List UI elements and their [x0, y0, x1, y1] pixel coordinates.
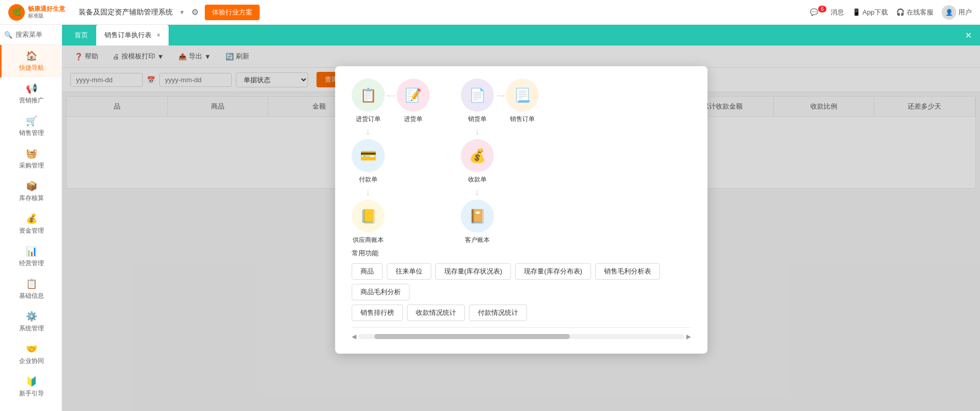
settings-icon[interactable]: ⚙: [191, 7, 199, 17]
tab-close-all-button[interactable]: ✕: [961, 31, 976, 40]
receipt-circle[interactable]: 💰: [461, 139, 494, 172]
flow-node-customer-account[interactable]: 📔 客户账本: [461, 200, 494, 245]
func-buttons-row2: 销售排行榜 收款情况统计 付款情况统计: [352, 305, 691, 321]
service-icon: 🎧: [896, 8, 904, 16]
customer-account-label: 客户账本: [465, 236, 490, 245]
logo-sub: 标准版: [28, 13, 65, 19]
tab-sales-exec[interactable]: 销售订单执行表 ×: [96, 25, 169, 45]
app-download-label: App下载: [863, 8, 888, 17]
message-button[interactable]: 💬 6 消息: [810, 8, 844, 17]
basic-icon: 📋: [26, 278, 37, 290]
flow-node-purchase-bill[interactable]: 📝 进货单: [397, 79, 430, 124]
sidebar-item-label-enterprise: 企业协同: [19, 357, 44, 366]
system-icon: ⚙️: [26, 311, 37, 322]
func-btn-stock-status[interactable]: 现存量(库存状况表): [435, 263, 511, 280]
arrow-right-2: ←- - -: [496, 92, 504, 99]
flow-node-receipt[interactable]: 💰 收款单: [461, 139, 494, 184]
sidebar-item-operations[interactable]: 📊 经营管理: [0, 240, 62, 273]
sidebar-item-system[interactable]: ⚙️ 系统管理: [0, 306, 62, 338]
flow-node-payment[interactable]: 💳 付款单: [352, 139, 385, 184]
payment-circle[interactable]: 💳: [352, 139, 385, 172]
scroll-right-arrow[interactable]: ▶: [686, 333, 691, 340]
scrollbar-thumb[interactable]: [374, 334, 570, 339]
func-btn-product-profit[interactable]: 商品毛利分析: [352, 284, 410, 300]
user-menu-button[interactable]: 👤 用户: [942, 5, 972, 20]
payment-label: 付款单: [359, 175, 378, 184]
receipt-label: 收款单: [468, 175, 487, 184]
sidebar-item-basic[interactable]: 📋 基础信息: [0, 273, 62, 306]
receipt-icon: 💰: [469, 148, 486, 164]
arrow-right-1: - - -→: [387, 92, 395, 99]
sidebar-item-quick[interactable]: 🏠 快捷导航: [0, 45, 62, 78]
sales-order-circle[interactable]: 📃: [506, 79, 539, 112]
sidebar-item-label-sales: 销售管理: [19, 129, 44, 138]
func-btn-sales-rank[interactable]: 销售排行榜: [352, 305, 403, 321]
func-btn-sales-profit[interactable]: 销售毛利分析表: [595, 263, 660, 280]
sidebar-item-finance[interactable]: 💰 资金管理: [0, 208, 62, 240]
sales-icon: 🛒: [26, 115, 37, 127]
arrow-right-2-wrap: ←- - -: [494, 79, 506, 120]
phone-icon: 📱: [852, 8, 861, 16]
func-btn-counterpart[interactable]: 往来单位: [387, 263, 431, 280]
supplier-account-circle[interactable]: 📒: [352, 200, 385, 233]
sidebar-item-label-operations: 经营管理: [19, 259, 44, 268]
sales-order-icon: 📃: [514, 87, 531, 103]
operations-icon: 📊: [26, 246, 37, 257]
payment-icon: 💳: [360, 148, 376, 164]
sidebar-item-enterprise[interactable]: 🤝 企业协同: [0, 338, 62, 371]
app-download-button[interactable]: 📱 App下载: [852, 8, 888, 17]
tab-close-icon[interactable]: ×: [157, 32, 160, 39]
sidebar-item-label-marketing: 营销推广: [19, 96, 44, 105]
online-service-label: 在线客服: [907, 8, 933, 17]
flow-node-supplier-account[interactable]: 📒 供应商账本: [352, 200, 385, 245]
sidebar-item-stock[interactable]: 📦 库存核算: [0, 175, 62, 208]
sales-bill-label: 销货单: [468, 115, 487, 124]
arrow-right-1-wrap: - - -→: [385, 79, 397, 120]
logo-area: 🌿 畅康通好生意 标准版: [8, 4, 70, 21]
marketing-icon: 📢: [26, 83, 37, 94]
sidebar-item-guide[interactable]: 🔰 新手引导: [0, 371, 62, 403]
guide-icon: 🔰: [26, 376, 37, 387]
sidebar-item-marketing[interactable]: 📢 营销推广: [0, 78, 62, 110]
search-menu-button[interactable]: 🔍 搜索菜单: [0, 25, 62, 45]
sidebar-item-purchase[interactable]: 🧺 采购管理: [0, 143, 62, 175]
sidebar-item-label-finance: 资金管理: [19, 226, 44, 235]
search-menu-label: 搜索菜单: [16, 30, 42, 39]
tab-bar: 首页 销售订单执行表 × ✕: [62, 25, 980, 45]
purchase-bill-circle[interactable]: 📝: [397, 79, 430, 112]
user-name-label: 用户: [958, 8, 972, 17]
trial-button[interactable]: 体验行业方案: [205, 5, 260, 20]
system-title: 装备及固定资产辅助管理系统: [79, 8, 173, 17]
scrollbar-track[interactable]: [358, 334, 684, 339]
tab-home[interactable]: 首页: [66, 25, 96, 45]
sidebar-item-label-stock: 库存核算: [19, 194, 44, 203]
purchase-order-circle[interactable]: 📋: [352, 79, 385, 112]
main-layout: 🔍 搜索菜单 🏠 快捷导航 📢 营销推广 🛒 销售管理 🧺 采购管理 📦 库存核…: [0, 25, 980, 411]
flow-node-sales-bill[interactable]: 📄 销货单: [461, 79, 494, 124]
sales-bill-circle[interactable]: 📄: [461, 79, 494, 112]
scroll-left-arrow[interactable]: ◀: [352, 333, 356, 340]
func-btn-product[interactable]: 商品: [352, 263, 383, 280]
flow-col-mid-right: 📄 销货单 ↓ 💰 收款单: [461, 79, 494, 245]
home-icon: 🏠: [26, 50, 37, 62]
flow-modal: 📋 进货订单 ↓ 💳 付款单: [335, 66, 707, 354]
search-icon: 🔍: [4, 31, 12, 39]
flow-node-sales-order[interactable]: 📃 销售订单: [506, 79, 539, 124]
func-btn-payment-stats[interactable]: 付款情况统计: [469, 305, 527, 321]
purchase-icon: 🧺: [26, 148, 37, 159]
purchase-order-icon: 📋: [360, 87, 376, 103]
sidebar-item-sales[interactable]: 🛒 销售管理: [0, 110, 62, 143]
online-service-button[interactable]: 🎧 在线客服: [896, 8, 933, 17]
home-tab-label: 首页: [74, 31, 88, 40]
arrow-down-1: ↓: [366, 127, 370, 136]
stock-icon: 📦: [26, 180, 37, 192]
avatar: 👤: [942, 5, 956, 20]
func-btn-stock-dist[interactable]: 现存量(库存分布表): [515, 263, 591, 280]
customer-account-icon: 📔: [469, 208, 486, 224]
customer-account-circle[interactable]: 📔: [461, 200, 494, 233]
modal-body: 📋 进货订单 ↓ 💳 付款单: [335, 66, 707, 354]
flow-node-purchase-order[interactable]: 📋 进货订单: [352, 79, 385, 124]
system-dropdown-icon[interactable]: ▼: [179, 9, 185, 16]
func-btn-receipt-stats[interactable]: 收款情况统计: [407, 305, 465, 321]
finance-icon: 💰: [26, 213, 37, 224]
